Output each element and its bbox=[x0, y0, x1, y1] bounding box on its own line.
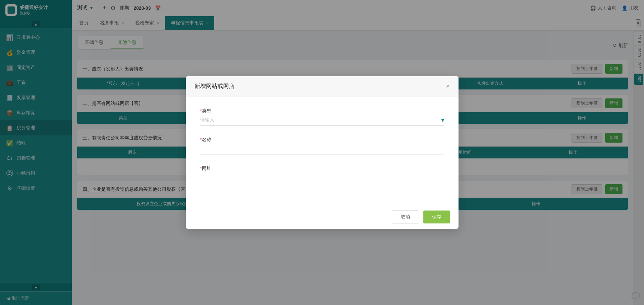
dialog-header: 新增网站或网店 × bbox=[186, 76, 459, 97]
type-input-wrapper: ▾ bbox=[200, 114, 444, 126]
cancel-button[interactable]: 取消 bbox=[392, 211, 419, 223]
url-field-label: 网址 bbox=[202, 166, 211, 171]
url-input[interactable] bbox=[200, 172, 444, 183]
type-field-label: 类型 bbox=[202, 108, 211, 114]
type-input[interactable] bbox=[200, 114, 444, 126]
name-input-wrapper bbox=[200, 143, 444, 154]
dialog-overlay[interactable]: 新增网站或网店 × *类型 ▾ *名称 *网址 bbox=[0, 0, 644, 305]
type-dropdown-arrow-icon[interactable]: ▾ bbox=[441, 117, 444, 124]
dialog-close-button[interactable]: × bbox=[446, 83, 450, 90]
dialog-body: *类型 ▾ *名称 *网址 bbox=[186, 97, 459, 205]
form-row-type: *类型 ▾ bbox=[200, 108, 444, 126]
save-button[interactable]: 保存 bbox=[423, 211, 450, 223]
name-field-label: 名称 bbox=[202, 137, 211, 142]
dialog-footer: 取消 保存 bbox=[186, 205, 459, 229]
form-row-name: *名称 bbox=[200, 137, 444, 154]
dialog-title: 新增网站或网店 bbox=[194, 83, 235, 90]
url-input-wrapper bbox=[200, 172, 444, 183]
dialog-add-website: 新增网站或网店 × *类型 ▾ *名称 *网址 bbox=[186, 76, 459, 229]
form-row-url: *网址 bbox=[200, 165, 444, 183]
name-input[interactable] bbox=[200, 143, 444, 154]
